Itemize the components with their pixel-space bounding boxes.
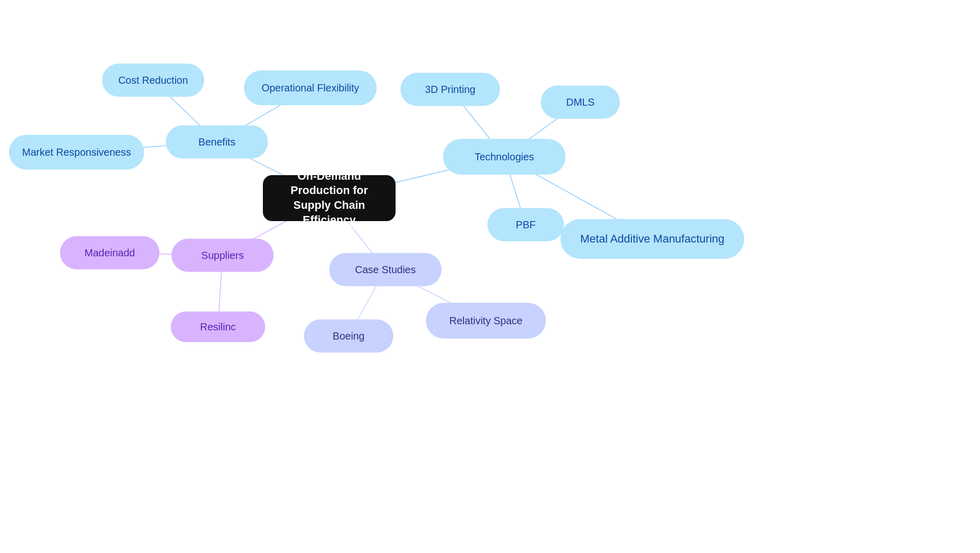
dmls-node: DMLS [541,86,620,119]
suppliers-node: Suppliers [172,239,274,272]
relativity-space-node: Relativity Space [426,303,546,339]
market-responsiveness-node: Market Responsiveness [9,135,144,170]
technologies-label: Technologies [475,151,534,163]
cost-reduction-label: Cost Reduction [118,75,188,86]
suppliers-label: Suppliers [201,250,243,261]
case-studies-node: Case Studies [329,253,442,286]
relativity-space-label: Relativity Space [449,315,522,327]
operational-flexibility-node: Operational Flexibility [244,70,377,105]
madeinadd-node: Madeinadd [60,236,160,270]
resilinc-label: Resilinc [200,321,236,333]
resilinc-node: Resilinc [171,311,265,342]
benefits-node: Benefits [166,126,268,159]
dmls-label: DMLS [566,97,595,108]
printing-3d-node: 3D Printing [401,73,500,106]
metal-additive-node: Metal Additive Manufacturing [560,219,744,259]
technologies-node: Technologies [443,139,566,175]
pbf-node: PBF [487,208,564,242]
benefits-label: Benefits [199,136,235,148]
madeinadd-label: Madeinadd [85,247,135,259]
market-responsiveness-label: Market Responsiveness [22,147,131,158]
boeing-node: Boeing [304,320,394,353]
printing-3d-label: 3D Printing [425,84,476,95]
metal-additive-label: Metal Additive Manufacturing [580,232,725,246]
boeing-label: Boeing [333,330,364,342]
center-label: On-Demand Production for Supply Chain Ef… [273,169,385,227]
cost-reduction-node: Cost Reduction [102,64,204,97]
case-studies-label: Case Studies [355,264,416,276]
center-node: On-Demand Production for Supply Chain Ef… [263,175,396,221]
pbf-label: PBF [516,219,536,231]
operational-flexibility-label: Operational Flexibility [261,82,359,94]
